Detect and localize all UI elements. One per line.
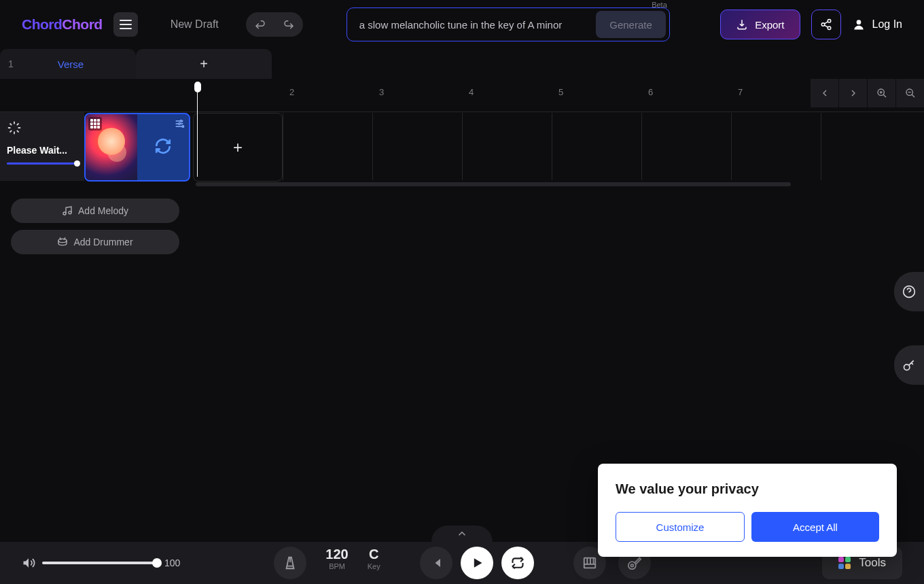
play-icon bbox=[470, 556, 484, 570]
draft-title[interactable]: New Draft bbox=[171, 18, 219, 31]
generate-button[interactable]: Generate bbox=[596, 11, 666, 38]
grid-cell bbox=[372, 113, 462, 180]
chord-track-row: Please Wait... + bbox=[0, 111, 924, 181]
undo-redo-group bbox=[246, 12, 303, 37]
guitar-icon bbox=[627, 555, 642, 570]
loop-button[interactable] bbox=[501, 547, 534, 579]
ruler-mark: 5 bbox=[558, 87, 563, 97]
svg-point-0 bbox=[828, 20, 831, 23]
ruler-mark: 6 bbox=[648, 87, 653, 97]
plus-icon: + bbox=[200, 56, 208, 72]
ruler-marks: 2 3 4 5 6 7 bbox=[196, 79, 924, 111]
key-value: C bbox=[369, 547, 378, 562]
export-button[interactable]: Export bbox=[720, 10, 800, 39]
tempo-key-group: 120 BPM C Key bbox=[274, 547, 380, 579]
transport-controls bbox=[420, 547, 534, 579]
brand-part-1: Chord bbox=[22, 16, 62, 32]
svg-point-1 bbox=[821, 23, 825, 27]
drag-handle-icon[interactable] bbox=[88, 117, 102, 131]
timeline-area: 2 3 4 5 6 7 Please Wait... bbox=[0, 79, 924, 254]
prompt-input[interactable] bbox=[359, 19, 596, 31]
redo-button[interactable] bbox=[274, 12, 303, 37]
svg-point-9 bbox=[63, 212, 66, 215]
login-label: Log In bbox=[872, 18, 902, 31]
section-tab-1[interactable]: 1 Verse bbox=[0, 49, 136, 79]
volume-value: 100 bbox=[164, 557, 180, 568]
cookie-banner: We value your privacy Customize Accept A… bbox=[598, 464, 897, 557]
metronome-button[interactable] bbox=[274, 547, 306, 579]
redo-icon bbox=[283, 18, 295, 31]
timeline-grid[interactable] bbox=[283, 113, 924, 180]
bpm-control[interactable]: 120 BPM bbox=[325, 547, 348, 579]
help-button[interactable] bbox=[894, 272, 924, 311]
cookie-buttons: Customize Accept All bbox=[616, 512, 879, 542]
music-note-icon bbox=[62, 205, 73, 216]
rewind-button[interactable] bbox=[420, 547, 452, 579]
regenerate-button[interactable] bbox=[154, 137, 172, 157]
svg-point-11 bbox=[58, 239, 67, 242]
share-icon bbox=[820, 18, 832, 31]
share-button[interactable] bbox=[811, 10, 841, 39]
refresh-icon bbox=[154, 137, 172, 155]
svg-point-3 bbox=[856, 20, 861, 24]
clip-settings-button[interactable] bbox=[174, 118, 185, 131]
bpm-label: BPM bbox=[329, 562, 345, 570]
panel-toggle-button[interactable] bbox=[431, 526, 493, 542]
svg-point-16 bbox=[630, 564, 633, 567]
add-track-buttons: Add Melody Add Drummer bbox=[0, 199, 924, 254]
grid-cell bbox=[731, 113, 821, 180]
metronome-icon bbox=[283, 555, 298, 570]
cookie-customize-button[interactable]: Customize bbox=[616, 512, 745, 542]
section-number: 1 bbox=[8, 58, 14, 69]
chord-clip[interactable] bbox=[84, 113, 190, 182]
section-name: Verse bbox=[58, 58, 84, 70]
add-section-button[interactable]: + bbox=[136, 49, 272, 79]
sliders-icon bbox=[174, 118, 185, 129]
ruler-mark: 7 bbox=[738, 87, 743, 97]
add-drummer-button[interactable]: Add Drummer bbox=[11, 230, 179, 254]
menu-button[interactable] bbox=[113, 12, 138, 37]
svg-point-2 bbox=[828, 27, 831, 30]
app-header: ChordChord New Draft Beta Generate Expor… bbox=[0, 0, 924, 49]
grid-multicolor-icon bbox=[838, 557, 851, 569]
ruler-mark: 3 bbox=[379, 87, 384, 97]
brand-logo: ChordChord bbox=[22, 16, 103, 33]
piano-icon bbox=[582, 555, 597, 570]
svg-point-6 bbox=[180, 120, 182, 122]
timeline-ruler[interactable]: 2 3 4 5 6 7 bbox=[196, 79, 924, 111]
playhead-knob bbox=[194, 82, 201, 92]
track-status-label: Please Wait... bbox=[7, 145, 77, 156]
grid-cell bbox=[821, 113, 910, 180]
header-right: Export Log In bbox=[720, 10, 902, 39]
playhead[interactable] bbox=[194, 82, 201, 177]
ruler-mark: 4 bbox=[469, 87, 474, 97]
key-control[interactable]: C Key bbox=[368, 547, 380, 579]
svg-point-8 bbox=[182, 126, 184, 128]
loading-spinner-icon bbox=[7, 120, 22, 135]
right-float-panel bbox=[894, 272, 924, 385]
help-icon bbox=[902, 285, 916, 298]
play-button[interactable] bbox=[461, 547, 493, 579]
volume-icon bbox=[22, 556, 35, 570]
brand-part-2: Chord bbox=[62, 16, 102, 32]
track-header[interactable]: Please Wait... bbox=[0, 112, 84, 181]
download-icon bbox=[736, 18, 748, 31]
clip-actions bbox=[137, 114, 189, 180]
generate-wrapper: Beta Generate bbox=[346, 7, 670, 41]
grid-cell bbox=[462, 113, 552, 180]
horizontal-scrollbar[interactable] bbox=[196, 182, 791, 186]
key-tool-button[interactable] bbox=[894, 345, 924, 385]
grid-cell bbox=[641, 113, 731, 180]
cookie-accept-button[interactable]: Accept All bbox=[751, 512, 879, 542]
add-melody-label: Add Melody bbox=[78, 205, 128, 216]
user-icon bbox=[852, 18, 866, 31]
add-clip-button[interactable]: + bbox=[193, 113, 283, 182]
loop-icon bbox=[511, 556, 525, 570]
svg-point-7 bbox=[179, 123, 181, 125]
track-volume-slider[interactable] bbox=[7, 162, 77, 165]
bpm-value: 120 bbox=[325, 547, 348, 562]
login-button[interactable]: Log In bbox=[852, 18, 902, 31]
add-melody-button[interactable]: Add Melody bbox=[11, 199, 179, 223]
volume-slider[interactable] bbox=[42, 562, 158, 564]
undo-button[interactable] bbox=[246, 12, 274, 37]
